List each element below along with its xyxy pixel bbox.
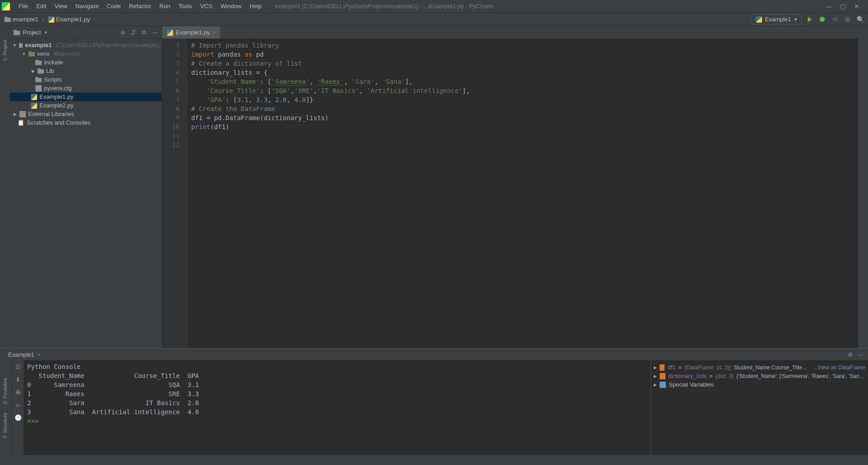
editor-tab-example1[interactable]: Example1.py × xyxy=(162,26,221,39)
expand-all-icon[interactable]: ⇵ xyxy=(131,29,136,36)
status-bar xyxy=(0,455,868,465)
breadcrumb-project[interactable]: example1 xyxy=(3,15,40,24)
coverage-icon: ⟲ xyxy=(833,16,838,23)
folder-icon xyxy=(35,77,42,82)
left-tool-stripe: 1: Project xyxy=(0,26,10,348)
window-title: example1 [C:\Users\DELL\PycharmProjects\… xyxy=(266,3,825,10)
debug-button[interactable] xyxy=(817,15,827,24)
stop-icon xyxy=(845,17,850,22)
chevron-right-icon: › xyxy=(42,15,44,24)
run-tab-label: Example1 xyxy=(8,351,34,358)
variable-dictionary-lists[interactable]: ▶ dictionary_lists = {dict: 3} {'Student… xyxy=(654,372,865,380)
run-button[interactable] xyxy=(805,15,815,24)
project-tool-window: Project ▼ ⊕ ⇵ ⚙ — example1 C:\Users\DELL… xyxy=(10,26,162,348)
file-icon xyxy=(35,85,42,92)
stop-button xyxy=(843,15,853,24)
editor-area: Example1.py × 123456789101112 # Import p… xyxy=(162,26,858,348)
expand-icon[interactable] xyxy=(22,52,26,56)
menu-refactor[interactable]: Refactor xyxy=(125,1,155,11)
favorites-tool-button[interactable]: 2: Favorites xyxy=(2,378,8,404)
expand-icon[interactable]: ▶ xyxy=(654,374,657,378)
tree-lib[interactable]: Lib xyxy=(10,67,162,75)
menu-navigate[interactable]: Navigate xyxy=(71,1,102,11)
tree-root[interactable]: example1 C:\Users\DELL\PycharmProjects\e… xyxy=(10,41,162,49)
expand-icon[interactable]: ▶ xyxy=(654,383,657,387)
tree-example2-py[interactable]: Example2.py xyxy=(10,101,162,110)
expand-icon[interactable] xyxy=(13,43,17,48)
tree-example1-py[interactable]: Example1.py xyxy=(10,92,162,101)
folder-icon xyxy=(35,60,42,65)
run-tabs: Example1 × ⚙ — xyxy=(0,349,868,360)
menu-help[interactable]: Help xyxy=(246,1,266,11)
hide-icon[interactable]: — xyxy=(858,351,863,358)
library-icon xyxy=(19,111,26,117)
pycharm-icon xyxy=(2,2,10,10)
breadcrumb-file[interactable]: Example1.py xyxy=(46,15,92,24)
close-button[interactable]: ✕ xyxy=(854,3,859,10)
navigation-bar: example1 › Example1.py Example1 ▼ ⟲ 🔍 xyxy=(0,13,868,26)
search-everywhere-button[interactable]: 🔍 xyxy=(855,15,865,24)
run-console-toolbar: ☰ ⬇ 🖶 ∞ 🕘 xyxy=(12,360,24,455)
hide-icon[interactable]: — xyxy=(152,29,158,36)
python-file-icon xyxy=(31,94,37,100)
menu-edit[interactable]: Edit xyxy=(32,1,50,11)
folder-icon xyxy=(29,51,35,57)
tree-scripts[interactable]: Scripts xyxy=(10,75,162,84)
variable-df1[interactable]: ▶ df1 = {DataFrame: (4, 3)} Student_Name… xyxy=(654,363,865,372)
variable-special[interactable]: ▶ Special Variables xyxy=(654,380,865,389)
variable-icon xyxy=(660,364,665,371)
chevron-down-icon: ▼ xyxy=(794,17,798,22)
run-tab-example1[interactable]: Example1 × xyxy=(5,350,44,359)
chevron-down-icon[interactable]: ▼ xyxy=(43,30,48,35)
toggle-soft-wrap-button[interactable]: ☰ xyxy=(14,363,22,370)
run-coverage-button[interactable]: ⟲ xyxy=(830,15,840,24)
breadcrumb-label: Example1.py xyxy=(56,16,90,23)
code-content[interactable]: # Import pandas libraryimport pandas as … xyxy=(188,39,858,348)
tree-pyvenv[interactable]: pyvenv.cfg xyxy=(10,84,162,92)
history-button[interactable]: 🕘 xyxy=(14,414,22,421)
expand-icon[interactable] xyxy=(31,69,35,73)
select-target-icon[interactable]: ⊕ xyxy=(121,29,125,36)
project-tree: example1 C:\Users\DELL\PycharmProjects\e… xyxy=(10,39,162,129)
code-editor[interactable]: 123456789101112 # Import pandas libraryi… xyxy=(162,39,858,348)
menu-code[interactable]: Code xyxy=(103,1,125,11)
expand-icon[interactable] xyxy=(13,112,17,116)
maximize-button[interactable]: ▢ xyxy=(840,3,846,10)
link-button[interactable]: ∞ xyxy=(14,401,22,408)
view-as-dataframe-link[interactable]: ...View as DataFrame xyxy=(813,364,865,371)
variables-panel: ▶ df1 = {DataFrame: (4, 3)} Student_Name… xyxy=(651,360,868,455)
tree-scratches[interactable]: 📋 Scratches and Consoles xyxy=(10,118,162,127)
project-tool-button[interactable]: 1: Project xyxy=(2,40,8,61)
tree-external-libraries[interactable]: External Libraries xyxy=(10,110,162,118)
menu-run[interactable]: Run xyxy=(155,1,174,11)
tree-venv[interactable]: venv library root xyxy=(10,49,162,58)
breadcrumb: example1 › Example1.py xyxy=(3,15,92,24)
project-icon xyxy=(14,30,20,35)
folder-icon xyxy=(38,68,44,74)
console-output[interactable]: Python Console Student_Name Course_Title… xyxy=(24,360,651,455)
right-tool-stripe xyxy=(858,26,868,348)
folder-icon xyxy=(5,17,11,22)
structure-tool-button[interactable]: 7: Structure xyxy=(2,413,8,439)
menu-file[interactable]: File xyxy=(14,1,32,11)
run-configuration-dropdown[interactable]: Example1 ▼ xyxy=(752,14,802,24)
menu-window[interactable]: Window xyxy=(217,1,246,11)
settings-icon[interactable]: ⚙ xyxy=(141,29,147,36)
menu-vcs[interactable]: VCS xyxy=(196,1,217,11)
tree-include[interactable]: Include xyxy=(10,58,162,67)
python-icon xyxy=(756,16,762,23)
variable-icon xyxy=(660,382,666,388)
print-button[interactable]: 🖶 xyxy=(14,388,22,396)
scroll-to-end-button[interactable]: ⬇ xyxy=(14,376,22,383)
menu-tools[interactable]: Tools xyxy=(174,1,196,11)
expand-icon[interactable]: ▶ xyxy=(654,365,657,370)
python-file-icon xyxy=(167,29,173,36)
close-tab-icon[interactable]: × xyxy=(212,29,216,36)
close-tab-icon[interactable]: × xyxy=(37,351,41,358)
minimize-button[interactable]: — xyxy=(825,3,832,10)
settings-icon[interactable]: ⚙ xyxy=(848,351,853,358)
menu-view[interactable]: View xyxy=(50,1,71,11)
scratch-icon: 📋 xyxy=(17,119,24,126)
run-config-label: Example1 xyxy=(765,16,791,23)
play-icon xyxy=(808,17,812,22)
